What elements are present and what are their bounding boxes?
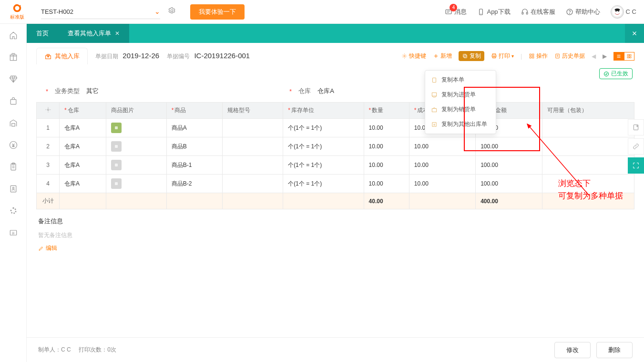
cell-image <box>106 119 166 137</box>
doc-type-label: 其他入库 <box>55 52 80 61</box>
footer-bar: 制单人：C C 打印次数：0次 修改 删除 <box>27 337 644 362</box>
pencil-icon <box>38 246 44 251</box>
app-download-label: App下载 <box>487 8 510 16</box>
cell-avail <box>542 137 634 156</box>
contact-icon[interactable] <box>9 184 18 194</box>
bag-icon[interactable] <box>9 96 18 106</box>
expand-tool[interactable] <box>628 157 644 174</box>
help-link[interactable]: 帮助中心 <box>566 8 600 16</box>
cell-warehouse: 仓库A <box>60 175 106 193</box>
shortcut-button[interactable]: 快捷键 <box>401 52 426 60</box>
view-toggle <box>613 52 634 61</box>
row-index: 1 <box>37 119 60 137</box>
items-table: *仓库 商品图片 *商品 规格型号 *库存单位 *数量 *成本单价 *成本金额 … <box>36 102 634 209</box>
app-download-link[interactable]: App下载 <box>477 8 510 16</box>
svg-point-7 <box>569 13 570 13</box>
chevron-down-icon: ⌄ <box>154 8 160 15</box>
copy-as-purchase[interactable]: 复制为进货单 <box>425 87 496 102</box>
inbox-icon <box>431 92 438 98</box>
svg-rect-41 <box>630 54 632 56</box>
card-view-button[interactable] <box>624 52 634 61</box>
svg-rect-36 <box>532 54 534 55</box>
close-all-tabs[interactable] <box>625 24 644 43</box>
diamond-icon[interactable] <box>9 74 18 84</box>
subtotal-row: 小计40.00400.00 <box>37 193 634 209</box>
next-button[interactable]: ▶ <box>603 53 607 60</box>
company-selector[interactable]: TEST-H002 ⌄ <box>41 5 160 19</box>
product-thumb <box>111 160 122 170</box>
cell-qty: 10.00 <box>364 137 409 156</box>
prev-button[interactable]: ◀ <box>592 53 596 60</box>
copy-as-sales[interactable]: 复制为销货单 <box>425 102 496 117</box>
table-row[interactable]: 4仓库A商品B-2个(1个 = 1个)10.0010.00100.00 <box>37 175 634 193</box>
doc-header: 其他入库 单据日期 2019-12-26 单据编号 IC-20191226-00… <box>27 43 644 64</box>
history-button[interactable]: 历史单据 <box>554 52 585 60</box>
col-qty: *数量 <box>364 103 409 119</box>
list-view-button[interactable] <box>613 52 624 61</box>
table-row[interactable]: 2仓库A商品B个(1个 = 1个)10.0010.00100.00 <box>37 137 634 156</box>
print-button[interactable]: 打印▾ <box>491 52 514 60</box>
biz-type-field: *业务类型 其它 <box>46 87 99 95</box>
try-button[interactable]: 我要体验一下 <box>190 4 245 20</box>
col-unit: *库存单位 <box>283 103 364 119</box>
status-badge: 已生效 <box>599 68 633 79</box>
tab-view-inbound[interactable]: 查看其他入库单 ✕ <box>58 24 129 43</box>
copy-button[interactable]: 复制 <box>459 51 484 61</box>
messages-badge: 4 <box>450 4 457 11</box>
copy-icon <box>462 53 468 59</box>
user-menu[interactable]: C C <box>611 5 636 19</box>
row-index: 3 <box>37 156 60 175</box>
warehouse-icon[interactable] <box>9 118 18 128</box>
settings-gear-button[interactable] <box>168 7 176 17</box>
col-product: *商品 <box>166 103 222 119</box>
gift-icon[interactable] <box>9 52 18 62</box>
svg-rect-40 <box>627 54 629 56</box>
svg-point-0 <box>171 10 173 12</box>
annotation-text: 浏览态下 可复制为多种单据 <box>558 177 623 202</box>
cell-unit: 个(1个 = 1个) <box>283 175 364 193</box>
product-thumb <box>111 123 122 133</box>
table-row[interactable]: 1仓库A商品A个(1个 = 1个)10.0010.00100.00 <box>37 119 634 137</box>
messages-link[interactable]: 消息 4 <box>445 8 467 16</box>
ops-button[interactable]: 操作 <box>529 52 548 60</box>
outbox-icon <box>431 106 438 113</box>
cell-spec <box>223 156 283 175</box>
table-row[interactable]: 3仓库A商品B-1个(1个 = 1个)10.0010.00100.00 <box>37 156 634 175</box>
cell-spec <box>223 119 283 137</box>
home-icon[interactable] <box>9 31 18 40</box>
edit-remarks-button[interactable]: 编辑 <box>38 244 633 252</box>
link-tool[interactable] <box>628 138 644 155</box>
print-icon <box>491 53 497 59</box>
clipboard-icon[interactable] <box>9 162 18 172</box>
cell-image <box>106 175 166 193</box>
svg-rect-42 <box>627 57 629 58</box>
cell-price: 10.00 <box>409 137 475 156</box>
loading-icon[interactable] <box>9 206 18 216</box>
cell-avail <box>542 119 634 137</box>
headset-icon <box>521 8 529 16</box>
svg-rect-48 <box>115 126 118 129</box>
cell-unit: 个(1个 = 1个) <box>283 137 364 156</box>
cell-amount: 100.00 <box>476 175 542 193</box>
money-icon[interactable] <box>9 140 18 150</box>
tab-home[interactable]: 首页 <box>27 24 58 43</box>
new-button[interactable]: 新增 <box>433 52 452 60</box>
product-thumb <box>111 178 122 189</box>
copy-this-doc[interactable]: 复制本单 <box>425 72 496 87</box>
col-settings[interactable] <box>37 103 60 119</box>
new-icon[interactable]: 新 <box>9 228 18 238</box>
copy-as-outbound[interactable]: 复制为其他出库单 <box>425 117 496 132</box>
svg-point-54 <box>637 125 638 126</box>
gear-icon <box>45 106 51 113</box>
left-sidebar: 新 <box>0 24 27 362</box>
support-link[interactable]: 在线客服 <box>521 8 555 16</box>
edit-button[interactable]: 修改 <box>554 342 591 358</box>
logo-icon <box>12 3 22 14</box>
cell-image <box>106 137 166 156</box>
svg-rect-51 <box>115 182 118 185</box>
svg-rect-37 <box>530 57 531 58</box>
delete-button[interactable]: 删除 <box>596 342 633 358</box>
close-icon[interactable]: ✕ <box>115 30 120 37</box>
note-tool[interactable] <box>628 119 644 135</box>
right-float-tools <box>628 119 644 174</box>
